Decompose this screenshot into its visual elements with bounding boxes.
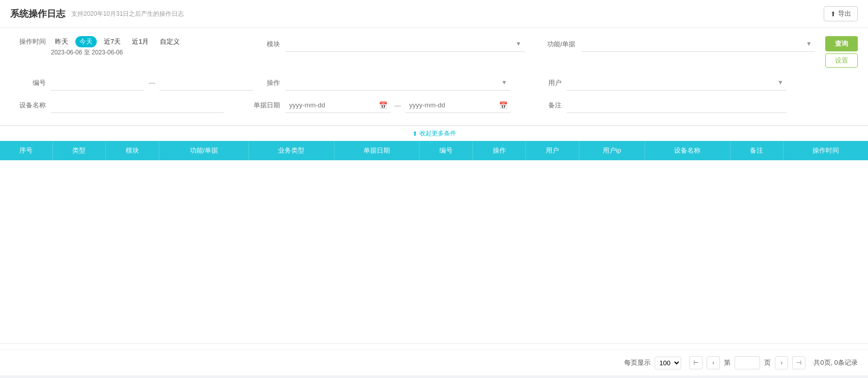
table-area: 序号 类型 模块 功能/单据 业务类型 单据日期 编号 操作 用户 用户ip 设…: [0, 141, 868, 343]
module-label: 模块: [244, 40, 280, 49]
col-user-ip: 用户ip: [579, 141, 645, 160]
code-input-from[interactable]: [51, 75, 145, 91]
voucher-date-from[interactable]: [285, 98, 390, 113]
operation-select[interactable]: [285, 75, 511, 90]
remark-input[interactable]: [567, 98, 787, 113]
op-time-label: 操作时间: [10, 37, 46, 46]
empty-area: [0, 160, 868, 343]
col-biz-type: 业务类型: [249, 141, 334, 160]
code-label: 编号: [10, 78, 46, 88]
page-input[interactable]: 1: [735, 356, 760, 369]
export-label: 导出: [838, 9, 851, 18]
col-remark: 备注: [730, 141, 783, 160]
device-label: 设备名称: [10, 101, 46, 110]
first-page-btn[interactable]: ⊢: [689, 356, 703, 369]
collapse-bar[interactable]: ⬆ 收起更多条件: [0, 126, 868, 141]
voucher-date-from-wrapper[interactable]: 📅: [285, 98, 390, 113]
col-operation: 操作: [472, 141, 525, 160]
col-module: 模块: [106, 141, 159, 160]
module-select[interactable]: [285, 36, 525, 51]
action-buttons: 查询 设置: [825, 36, 858, 68]
title-area: 系统操作日志 支持2020年10月31日之后产生的操作日志: [10, 8, 184, 20]
settings-button[interactable]: 设置: [825, 53, 858, 68]
pagination: 每页显示 100 50 200 ⊢ ‹ 第 1 页 › ⊣ 共0页, 0条记录: [0, 350, 868, 375]
collapse-label: 收起更多条件: [419, 129, 456, 138]
user-select-wrapper[interactable]: ▼: [567, 75, 787, 91]
next-page-btn[interactable]: ›: [775, 356, 788, 369]
col-voucher-date: 单据日期: [334, 141, 419, 160]
last1month-btn[interactable]: 近1月: [128, 36, 153, 47]
total-label: 共0页, 0条记录: [814, 358, 858, 367]
function-label: 功能/单据: [535, 40, 576, 49]
per-page-label: 每页显示: [624, 358, 651, 367]
time-options: 昨天 今天 近7天 近1月 自定义: [51, 36, 184, 47]
page-unit: 页: [764, 358, 771, 367]
query-button[interactable]: 查询: [825, 36, 858, 51]
function-select[interactable]: [581, 36, 816, 51]
col-code: 编号: [419, 141, 472, 160]
remark-label: 备注: [521, 101, 562, 110]
col-seq: 序号: [0, 141, 52, 160]
custom-btn[interactable]: 自定义: [156, 36, 184, 47]
last-page-btn[interactable]: ⊣: [792, 356, 805, 369]
page-label: 第: [724, 358, 731, 367]
yesterday-btn[interactable]: 昨天: [51, 36, 72, 47]
module-select-wrapper[interactable]: ▼: [285, 36, 525, 52]
horizontal-scrollbar[interactable]: [0, 343, 868, 350]
prev-page-btn[interactable]: ‹: [707, 356, 720, 369]
col-device: 设备名称: [645, 141, 730, 160]
data-table: 序号 类型 模块 功能/单据 业务类型 单据日期 编号 操作 用户 用户ip 设…: [0, 141, 868, 160]
function-select-wrapper[interactable]: ▼: [581, 36, 816, 52]
user-select[interactable]: [567, 75, 787, 90]
code-input-to[interactable]: [159, 75, 253, 91]
voucher-date-to-wrapper[interactable]: 📅: [405, 98, 511, 113]
date-range-display: 2023-06-06 至 2023-06-06: [51, 49, 123, 56]
operation-label: 操作: [244, 78, 280, 88]
last7-btn[interactable]: 近7天: [100, 36, 125, 47]
date-dash: —: [395, 102, 401, 109]
filter-panel: 操作时间 昨天 今天 近7天 近1月 自定义 2023-06-06 至 2023…: [0, 28, 868, 126]
page-size-select[interactable]: 100 50 200: [655, 357, 681, 369]
voucher-date-to[interactable]: [405, 98, 511, 113]
today-btn[interactable]: 今天: [75, 36, 97, 47]
voucher-date-label: 单据日期: [244, 101, 280, 110]
page-subtitle: 支持2020年10月31日之后产生的操作日志: [71, 10, 184, 18]
page-header: 系统操作日志 支持2020年10月31日之后产生的操作日志 ⬆ 导出: [0, 0, 868, 28]
operation-select-wrapper[interactable]: ▼: [285, 75, 511, 91]
export-button[interactable]: ⬆ 导出: [824, 6, 858, 21]
table-header: 序号 类型 模块 功能/单据 业务类型 单据日期 编号 操作 用户 用户ip 设…: [0, 141, 868, 160]
col-type: 类型: [52, 141, 105, 160]
col-op-time: 操作时间: [783, 141, 868, 160]
export-icon: ⬆: [830, 10, 836, 18]
user-label: 用户: [521, 78, 562, 88]
col-user: 用户: [526, 141, 579, 160]
device-input[interactable]: [51, 98, 224, 113]
code-dash: —: [149, 79, 155, 86]
col-function: 功能/单据: [159, 141, 248, 160]
page-title: 系统操作日志: [10, 8, 65, 20]
collapse-up-icon: ⬆: [412, 130, 417, 137]
